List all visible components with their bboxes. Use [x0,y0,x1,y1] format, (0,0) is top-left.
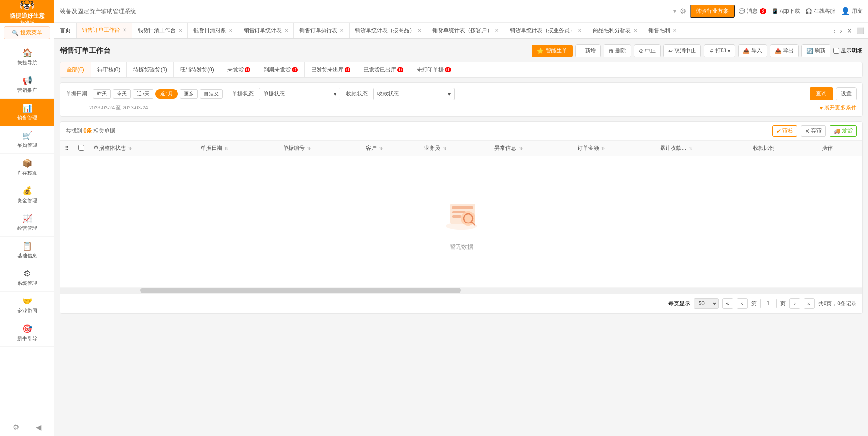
ship-btn[interactable]: 🚚 发货 [830,125,857,137]
search-btn[interactable]: 查询 [810,87,833,100]
sidebar-item-sales[interactable]: 📊 销售管理 [0,99,54,126]
industry-btn[interactable]: 体验行业方案 [690,5,735,18]
col-status[interactable]: 单据整体状态 ⇅ [89,141,196,156]
col-customer[interactable]: 客户 ⇅ [361,141,420,156]
col-date[interactable]: 单据日期 ⇅ [196,141,279,156]
nav-scroll-right[interactable]: › [838,26,844,35]
tab-sales-profit-close[interactable]: ✕ [673,28,676,33]
sidebar-item-inventory[interactable]: 📦 库存核算 [0,154,54,181]
import-btn[interactable]: 📥 导入 [738,44,767,57]
tab-sales-stats-close[interactable]: ✕ [284,28,288,33]
tab-sales-single-product[interactable]: 销货单统计表（按商品） ✕ [350,23,427,39]
scroll-thumb[interactable] [140,288,461,293]
nav-scroll-left[interactable]: ‹ [832,26,838,35]
delete-icon: 🗑 [609,48,614,54]
tab-sales-profit[interactable]: 销售毛利 ✕ [643,23,682,39]
tab-sales-exec[interactable]: 销售订单执行表 ✕ [294,23,350,39]
sidebar-collapse-btn[interactable]: ◀ [36,423,41,431]
sidebar-item-system[interactable]: ⚙ 系统管理 [0,264,54,292]
show-detail-checkbox[interactable] [833,48,839,54]
prev-page-btn[interactable]: ‹ [737,298,748,309]
sidebar-item-cooperation[interactable]: 🤝 企业协同 [0,292,54,319]
filter-tab-pending-inspect[interactable]: 待拣货验货(0) [127,62,174,77]
sidebar-item-basic-info[interactable]: 📋 基础信息 [0,237,54,264]
filter-settings-btn[interactable]: 设置 [836,87,857,100]
next-page-btn[interactable]: › [789,298,800,309]
tab-sales-workbench-close[interactable]: ✕ [123,28,126,33]
sidebar-settings-btn[interactable]: ⚙ [13,423,19,431]
home-tab-label: 首页 [60,27,71,34]
page-number-input[interactable] [760,299,777,308]
tab-cash-reconcile[interactable]: 钱货日清对账 ✕ [188,23,238,39]
date-yesterday-btn[interactable]: 昨天 [93,89,111,99]
sidebar-item-purchase[interactable]: 🛒 采购管理 [0,126,54,154]
tab-cash-clear-close[interactable]: ✕ [178,28,182,33]
sidebar-item-marketing[interactable]: 📢 营销推广 [0,71,54,99]
date-month-btn[interactable]: 近1月 [155,89,178,99]
date-more-btn[interactable]: 更多 [180,89,198,99]
tab-sales-single-product-close[interactable]: ✕ [417,28,421,33]
filter-tab-shipped-received[interactable]: 已发货已出库0 [357,62,410,77]
tab-sales-single-staff-close[interactable]: ✕ [578,28,581,33]
user-area[interactable]: 👤 用友 [841,7,863,15]
message-btn[interactable]: 💬 消息 6 [739,7,766,15]
app-download-btn[interactable]: 📱 App下载 [772,7,800,15]
tab-sales-single-staff[interactable]: 销货单统计表（按业务员） ✕ [504,23,587,39]
last-page-btn[interactable]: » [804,298,815,309]
col-exception[interactable]: 异常信息 ⇅ [490,141,573,156]
review-btn[interactable]: ✔ 审核 [772,125,797,137]
filter-tab-all[interactable]: 全部(0) [60,62,91,77]
date-today-btn[interactable]: 今天 [113,89,131,99]
col-number[interactable]: 单据编号 ⇅ [278,141,361,156]
tab-product-margin[interactable]: 商品毛利分析表 ✕ [587,23,643,39]
nav-maximize[interactable]: ⬜ [855,26,866,35]
select-all-checkbox[interactable] [78,145,84,151]
dropdown-icon[interactable]: ▾ [673,8,676,14]
filter-tab-wangpu-ship[interactable]: 旺铺待发货(0) [174,62,221,77]
stop-btn[interactable]: ⊘ 中止 [634,44,661,57]
filter-tab-overdue-unshipped[interactable]: 到期未发货0 [257,62,305,77]
col-checkbox[interactable] [74,141,89,156]
cancel-stop-btn[interactable]: ↩ 取消中止 [663,44,701,57]
topbar-settings-icon[interactable]: ⚙ [680,7,686,15]
horizontal-scrollbar[interactable] [60,288,862,293]
tab-cash-clear[interactable]: 钱货日清工作台 ✕ [132,23,188,39]
online-service-btn[interactable]: 🎧 在线客服 [806,7,835,15]
date-custom-btn[interactable]: 自定义 [200,89,223,99]
export-btn[interactable]: 📤 导出 [770,44,799,57]
sidebar-item-guide[interactable]: 🎯 新手引导 [0,319,54,347]
filter-tab-unshipped[interactable]: 未发货0 [221,62,258,77]
nav-close-all[interactable]: ✕ [845,26,854,35]
date-7days-btn[interactable]: 近7天 [133,89,153,99]
delete-btn[interactable]: 🗑 删除 [604,44,631,57]
first-page-btn[interactable]: « [722,298,733,309]
tab-home[interactable]: 首页 [54,23,77,39]
status-filter-select[interactable]: 单据状态 ▾ [259,88,340,100]
tab-cash-reconcile-close[interactable]: ✕ [229,28,232,33]
sidebar-item-quick-nav[interactable]: 🏠 快捷导航 [0,43,54,71]
tab-sales-single-customer-close[interactable]: ✕ [495,28,499,33]
expand-filters-btn[interactable]: ▾ 展开更多条件 [820,104,857,112]
sidebar-item-operations[interactable]: 📈 经营管理 [0,209,54,237]
payment-filter-select[interactable]: 收款状态 ▾ [373,88,455,100]
filter-tab-pending-review[interactable]: 待审核(0) [91,62,127,77]
tab-sales-workbench[interactable]: 销售订单工作台 ✕ [77,23,132,39]
add-btn[interactable]: + 新增 [575,44,601,57]
refresh-btn[interactable]: 🔄 刷新 [801,44,830,57]
col-amount[interactable]: 订单金额 ⇅ [573,141,656,156]
tab-product-margin-close[interactable]: ✕ [633,28,637,33]
tab-sales-exec-close[interactable]: ✕ [340,28,344,33]
page-size-select[interactable]: 50 20 100 [694,298,719,309]
tab-sales-stats[interactable]: 销售订单统计表 ✕ [238,23,294,39]
sidebar-item-finance[interactable]: 💰 资金管理 [0,181,54,209]
filter-tab-shipped-unreceived[interactable]: 已发货未出库0 [305,62,358,77]
tab-sales-single-customer[interactable]: 销货单统计表（按客户） ✕ [427,23,504,39]
search-menu-button[interactable]: 🔍 搜索菜单 [4,26,50,39]
col-staff[interactable]: 业务员 ⇅ [419,141,490,156]
ai-create-btn[interactable]: ⭐ 智能生单 [532,45,573,57]
show-detail-checkbox-label[interactable]: 显示明细 [833,47,863,55]
filter-tab-unprinted[interactable]: 未打印单据0 [410,62,457,77]
print-btn[interactable]: 🖨 打印 ▾ [704,44,735,57]
cancel-review-btn[interactable]: ✕ 弃审 [801,125,826,137]
col-collected[interactable]: 累计收款... ⇅ [655,141,748,156]
